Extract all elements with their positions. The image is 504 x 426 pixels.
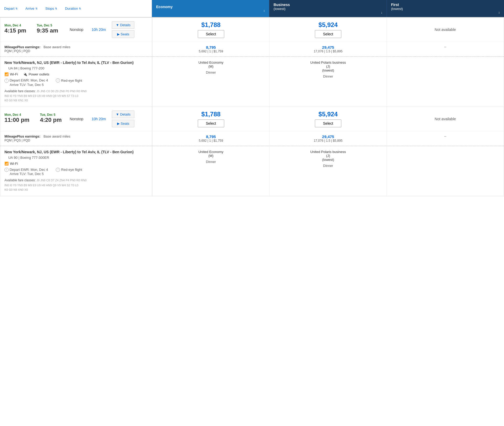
duration-sort[interactable]: Duration ⇅ <box>65 7 81 10</box>
table-header: Depart ⇅ Arrive ⇅ Stops ⇅ Duration ⇅ Eco… <box>0 0 504 18</box>
business-earnings: 29,475 17,076 | 1.5 | $5,895 <box>269 131 386 146</box>
stops-sort-icon: ⇅ <box>55 7 57 10</box>
earnings-title: MileagePlus earnings: <box>4 134 40 138</box>
segment-route: New York/Newark, NJ, US (EWR - Liberty) … <box>4 61 148 65</box>
pqm-label: PQM | PQS | PQD <box>4 139 30 142</box>
depart-date: Mon, Dec 4 <box>4 113 29 117</box>
power-amenity: 🔌 Power outlets <box>23 72 49 76</box>
depart-arrive-info: ! Depart EWR: Mon, Dec 4 Arrive TLV: Tue… <box>4 168 48 176</box>
economy-earn-detail: 5,692 | 1 | $1,759 <box>155 50 267 53</box>
segment-info: New York/Newark, NJ, US (EWR - Liberty) … <box>0 146 152 196</box>
wifi-icon: 📶 <box>4 72 9 76</box>
duration: 10h 20m <box>88 117 109 121</box>
first-cabin-cell <box>387 146 504 196</box>
fare-classes-label: Available fare classes: <box>4 178 36 182</box>
segment-info: New York/Newark, NJ, US (EWR - Liberty) … <box>0 57 152 107</box>
business-price: $5,924 <box>319 21 338 29</box>
economy-select-button[interactable]: Select <box>198 30 224 38</box>
first-earnings: -- <box>387 42 504 56</box>
economy-meal: Dinner <box>155 160 267 164</box>
flight-info-left: Mon, Dec 4 11:00 pm Tue, Dec 5 4:20 pm N… <box>0 107 152 131</box>
seats-button[interactable]: ▶ Seats <box>112 120 134 127</box>
arrive-tlv: Arrive TLV: Tue, Dec 5 <box>10 172 44 176</box>
depart-block: Mon, Dec 4 4:15 pm <box>4 24 26 34</box>
depart-label: Depart <box>4 7 14 10</box>
details-seats-buttons: ▼ Details ▶ Seats <box>112 111 134 127</box>
wifi-icon: 📶 <box>4 162 9 166</box>
wifi-label: Wi-Fi <box>10 72 18 76</box>
price-cells: $1,788 Select $5,924 Select Not availabl… <box>152 107 504 131</box>
flight-result-1: Mon, Dec 4 4:15 pm Tue, Dec 5 9:35 am No… <box>0 18 504 107</box>
economy-sort-icon: ↕ <box>263 9 265 13</box>
first-header[interactable]: First (lowest) ↕ <box>387 0 504 17</box>
earnings-cells: 8,795 5,692 | 1 | $1,759 29,475 17,076 |… <box>152 131 504 146</box>
details-button[interactable]: ▼ Details <box>112 111 134 118</box>
first-price-cell: Not available <box>387 107 504 131</box>
economy-price-cell: $1,788 Select <box>152 18 269 42</box>
first-label: First <box>391 3 399 7</box>
duration: 10h 20m <box>88 28 109 32</box>
flight-dates-times: Mon, Dec 4 11:00 pm Tue, Dec 5 4:20 pm <box>4 113 65 125</box>
depart-time: 4:15 pm <box>4 27 26 34</box>
economy-meal: Dinner <box>155 70 267 74</box>
details-seats-buttons: ▼ Details ▶ Seats <box>112 21 134 38</box>
red-eye-label: Red-eye flight <box>61 79 82 83</box>
arrive-sort[interactable]: Arrive ⇅ <box>25 7 37 10</box>
earnings-title: MileagePlus earnings: <box>4 45 40 49</box>
economy-miles: 8,795 <box>155 134 267 139</box>
first-sub: (lowest) <box>391 7 403 11</box>
price-column-headers: Economy ↕ Business (lowest) ↓ First (low… <box>152 0 504 17</box>
economy-earnings: 8,795 5,692 | 1 | $1,759 <box>152 131 269 146</box>
business-select-button[interactable]: Select <box>315 30 341 38</box>
business-earn-detail: 17,076 | 1.5 | $5,895 <box>272 139 384 143</box>
cabin-cells: United Economy(M) Dinner United Polaris … <box>152 146 504 196</box>
depart-arrive-info: ! Depart EWR: Mon, Dec 4 Arrive TLV: Tue… <box>4 78 48 87</box>
depart-sort-icon: ⇅ <box>15 7 18 10</box>
red-eye-icon: ! <box>56 78 60 83</box>
business-price: $5,924 <box>319 111 338 118</box>
segment-route: New York/Newark, NJ, US (EWR - Liberty) … <box>4 150 148 154</box>
economy-miles: 8,795 <box>155 45 267 50</box>
business-earnings: 29,475 17,076 | 1.5 | $5,895 <box>269 42 386 56</box>
red-eye-label: Red-eye flight <box>61 168 82 172</box>
flight-info-left: Mon, Dec 4 4:15 pm Tue, Dec 5 9:35 am No… <box>0 18 152 42</box>
flight-column-headers: Depart ⇅ Arrive ⇅ Stops ⇅ Duration ⇅ <box>0 0 152 17</box>
details-button[interactable]: ▼ Details <box>112 21 134 29</box>
flight-number: UA 84 | Boeing 777-200 <box>4 66 148 70</box>
economy-earn-detail: 5,692 | 1 | $1,759 <box>155 139 267 143</box>
arrive-tlv: Arrive TLV: Tue, Dec 5 <box>10 83 44 87</box>
red-eye-icon: ! <box>56 168 60 172</box>
stops-sort[interactable]: Stops ⇅ <box>45 7 57 10</box>
depart-info-icon: ! <box>4 79 9 83</box>
red-eye-notice: ! Red-eye flight <box>56 78 82 83</box>
wifi-amenity: 📶 Wi-Fi <box>4 72 18 76</box>
arrive-time: 9:35 am <box>37 27 58 34</box>
first-cabin-cell <box>387 57 504 107</box>
first-earnings: -- <box>387 131 504 146</box>
stops: Nonstop <box>65 28 88 32</box>
arrive-date: Tue, Dec 5 <box>37 24 58 27</box>
segment-row-1: New York/Newark, NJ, US (EWR - Liberty) … <box>0 57 504 107</box>
first-not-available: Not available <box>435 117 456 121</box>
flight-main-row-2: Mon, Dec 4 11:00 pm Tue, Dec 5 4:20 pm N… <box>0 107 504 131</box>
business-sort-icon: ↓ <box>381 11 382 14</box>
business-cabin-class: United Polaris business(J)(lowest) <box>272 61 384 72</box>
economy-cabin-class: United Economy(M) <box>155 61 267 68</box>
economy-cabin-class: United Economy(M) <box>155 150 267 158</box>
seats-button[interactable]: ▶ Seats <box>112 30 134 38</box>
business-meal: Dinner <box>272 164 384 168</box>
business-select-button[interactable]: Select <box>315 119 341 127</box>
business-earn-detail: 17,076 | 1.5 | $5,895 <box>272 50 384 53</box>
business-cabin-cell: United Polaris business(J)(lowest) Dinne… <box>269 57 386 107</box>
business-header[interactable]: Business (lowest) ↓ <box>269 0 386 17</box>
fare-classes: Available fare classes: J5 JN5 C0 D0 Z0 … <box>4 89 148 103</box>
depart-sort[interactable]: Depart ⇅ <box>4 7 18 10</box>
economy-price-cell: $1,788 Select <box>152 107 269 131</box>
first-not-available: Not available <box>435 28 456 32</box>
fare-classes: Available fare classes: J9 JN9 C8 D7 Z4 … <box>4 178 148 192</box>
flight-result-2: Mon, Dec 4 11:00 pm Tue, Dec 5 4:20 pm N… <box>0 107 504 196</box>
depart-arrive-block: Mon, Dec 4 11:00 pm Tue, Dec 5 4:20 pm <box>4 113 65 123</box>
economy-header[interactable]: Economy ↕ <box>152 0 269 17</box>
economy-cabin-cell: United Economy(M) Dinner <box>152 146 269 196</box>
economy-select-button[interactable]: Select <box>198 119 224 127</box>
